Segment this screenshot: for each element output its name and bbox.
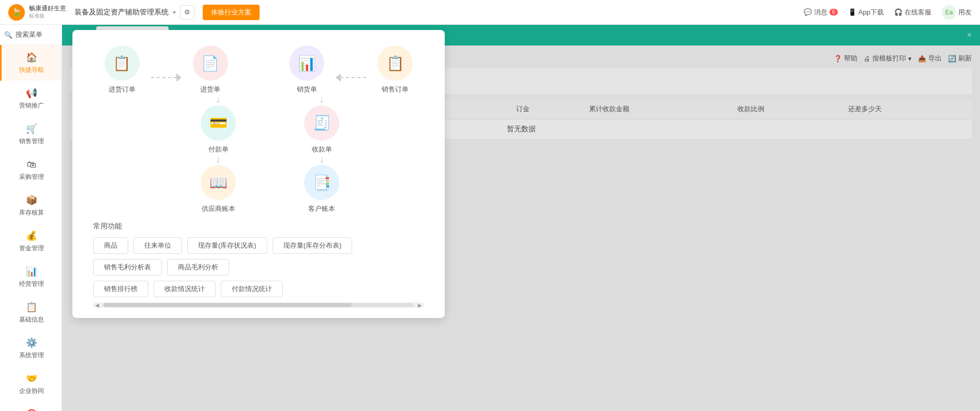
sidebar-item-beginner[interactable]: 🎯 新手引导 (0, 402, 62, 411)
message-button[interactable]: 💬 消息 6 (804, 8, 838, 17)
enterprise-icon: 🤝 (25, 372, 38, 385)
func-btn-inventory-status[interactable]: 现存量(库存状况表) (187, 237, 267, 254)
sidebar-item-system[interactable]: ⚙️ 系统管理 (0, 330, 62, 366)
common-functions-section: 常用功能 商品 往来单位 现存量(库存状况表) 现存量(库存分布表) 销售毛利分… (93, 222, 424, 297)
flow-customer-ledger-circle[interactable]: 📑 (304, 165, 339, 200)
sales-icon: 🛒 (25, 123, 38, 135)
modal-overlay: 📋 进货订单 📄 进货单 📊 (62, 25, 980, 411)
scroll-right-arrow[interactable]: ▶ (416, 302, 424, 308)
flow-modal: 📋 进货订单 📄 进货单 📊 (72, 30, 445, 318)
user-area[interactable]: Ea 用友 (942, 5, 972, 20)
flow-receipt-label: 收款单 (312, 145, 332, 154)
message-icon: 💬 (804, 8, 812, 16)
sidebar-item-quick-nav[interactable]: 🏠 快捷导航 (0, 45, 62, 81)
search-menu[interactable]: 🔍 搜索菜单 (0, 25, 62, 45)
beginner-icon: 🎯 (25, 408, 38, 411)
func-buttons-row2: 销售排行榜 收款情况统计 付款情况统计 (93, 281, 424, 297)
basic-info-icon: 📋 (25, 301, 38, 313)
func-btn-sales-profit[interactable]: 销售毛利分析表 (93, 259, 162, 276)
modal-scrollbar[interactable]: ◀ ▶ (93, 302, 424, 308)
logo-icon: 🍃 (8, 4, 25, 21)
flow-supplier-ledger-circle[interactable]: 📖 (201, 165, 236, 200)
top-bar: 🍃 畅康通好生意 标准版 装备及固定资产辅助管理系统 ▾ ⚙ 体验行业方案 💬 … (0, 0, 980, 25)
flow-receipt-circle[interactable]: 🧾 (304, 105, 339, 141)
logo-sub: 标准版 (29, 12, 66, 20)
flow-purchase-bill-circle[interactable]: 📄 (193, 45, 228, 81)
logo-text: 畅康通好生意 (29, 5, 66, 13)
flow-payment-circle[interactable]: 💳 (201, 105, 236, 141)
online-service-button[interactable]: 🎧 在线客服 (894, 8, 931, 17)
system-title-area: 装备及固定资产辅助管理系统 ▾ (74, 8, 176, 17)
flow-purchase-bill-label: 进货单 (200, 85, 220, 94)
flow-sales-bill-label: 销货单 (297, 85, 317, 94)
func-buttons-row1: 商品 往来单位 现存量(库存状况表) 现存量(库存分布表) 销售毛利分析表 商品… (93, 237, 424, 276)
func-btn-product[interactable]: 商品 (93, 237, 128, 254)
scrollbar-track (103, 303, 414, 307)
flow-payment-label: 付款单 (208, 145, 229, 154)
func-btn-inventory-dist[interactable]: 现存量(库存分布表) (273, 237, 353, 254)
flow-purchase-order-label: 进货订单 (109, 85, 135, 94)
quick-nav-icon: 🏠 (25, 51, 38, 64)
sidebar-item-marketing[interactable]: 📢 营销推广 (0, 81, 62, 116)
marketing-icon: 📢 (25, 87, 38, 99)
inventory-icon: 📦 (25, 194, 38, 206)
common-functions-title: 常用功能 (93, 222, 424, 231)
system-dropdown-arrow[interactable]: ▾ (173, 9, 176, 16)
operations-icon: 📊 (25, 265, 38, 278)
func-btn-receipt-stats[interactable]: 收款情况统计 (154, 281, 216, 297)
sidebar-item-basic-info[interactable]: 📋 基础信息 (0, 295, 62, 330)
func-btn-unit[interactable]: 往来单位 (133, 237, 182, 254)
sidebar-item-enterprise[interactable]: 🤝 企业协同 (0, 366, 62, 402)
purchase-icon: 🛍 (25, 158, 38, 171)
service-icon: 🎧 (894, 8, 902, 16)
flow-supplier-ledger-label: 供应商账本 (202, 204, 235, 214)
sidebar-item-operations[interactable]: 📊 经营管理 (0, 259, 62, 295)
trial-button[interactable]: 体验行业方案 (203, 5, 260, 20)
scrollbar-thumb (103, 303, 352, 307)
sidebar-item-finance[interactable]: 💰 资金管理 (0, 223, 62, 259)
flow-purchase-order-circle[interactable]: 📋 (104, 45, 140, 81)
finance-icon: 💰 (25, 230, 38, 242)
flow-sales-order-label: 销售订单 (382, 85, 409, 94)
sidebar: 🔍 搜索菜单 🏠 快捷导航 📢 营销推广 🛒 销售管理 🛍 采购管理 📦 库存核… (0, 25, 62, 411)
flow-customer-ledger-label: 客户账本 (308, 204, 335, 214)
gear-button[interactable]: ⚙ (180, 5, 194, 20)
func-btn-payment-stats[interactable]: 付款情况统计 (221, 281, 283, 297)
top-right: 💬 消息 6 📱 App下载 🎧 在线客服 Ea 用友 (804, 5, 972, 20)
avatar: Ea (942, 5, 956, 20)
download-icon: 📱 (848, 8, 856, 16)
search-icon: 🔍 (4, 31, 12, 39)
scroll-left-arrow[interactable]: ◀ (93, 302, 101, 308)
func-btn-product-profit[interactable]: 商品毛利分析 (167, 259, 229, 276)
flow-sales-bill-circle[interactable]: 📊 (289, 45, 324, 81)
system-title: 装备及固定资产辅助管理系统 (74, 8, 169, 17)
app-download-button[interactable]: 📱 App下载 (848, 8, 884, 17)
message-badge: 6 (830, 9, 838, 16)
logo-area: 🍃 畅康通好生意 标准版 (8, 4, 70, 21)
sidebar-item-purchase[interactable]: 🛍 采购管理 (0, 152, 62, 188)
func-btn-sales-rank[interactable]: 销售排行榜 (93, 281, 148, 297)
flow-sales-order-circle[interactable]: 📋 (378, 45, 413, 81)
system-icon: ⚙️ (25, 337, 38, 349)
sidebar-item-sales[interactable]: 🛒 销售管理 (0, 116, 62, 152)
sidebar-item-inventory[interactable]: 📦 库存核算 (0, 188, 62, 223)
